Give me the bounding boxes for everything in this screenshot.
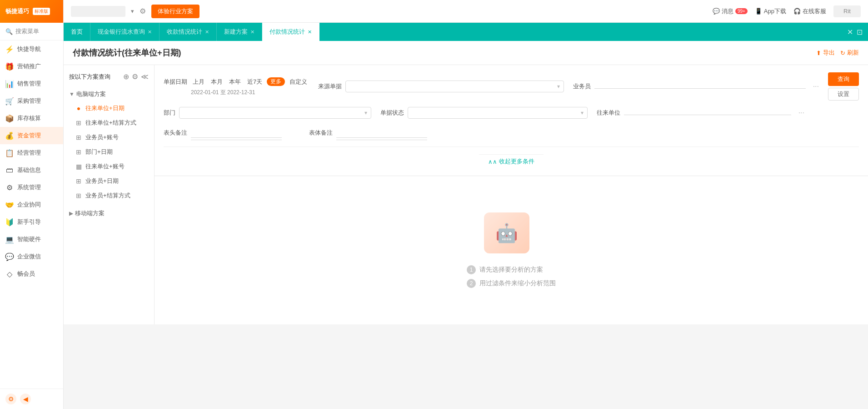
table-body-note-input — [336, 125, 427, 140]
collapse-icon[interactable]: ◀ — [20, 394, 31, 404]
collapse-scheme-icon[interactable]: ≪ — [141, 72, 149, 81]
date-btn-custom[interactable]: 自定义 — [288, 77, 309, 87]
sidebar-item-guide[interactable]: 🔰 新手引导 — [0, 213, 63, 231]
sidebar-item-wechat[interactable]: 💬 企业微信 — [0, 248, 63, 265]
table-head-note-input-field[interactable] — [191, 127, 282, 138]
sidebar-item-basic[interactable]: 🗃 基础信息 — [0, 162, 63, 179]
dropdown-arrow-icon[interactable]: ▾ — [131, 8, 134, 15]
query-btn[interactable]: 查询 — [828, 72, 859, 86]
table-body-note-field: 表体备注 — [309, 125, 427, 140]
partner-label: 往来单位 — [597, 109, 620, 117]
scheme-item-staff-settle[interactable]: ⊞ 业务员+结算方式 — [64, 188, 154, 203]
tab-bank-flow[interactable]: 现金银行流水查询✕ — [90, 23, 160, 41]
unit-date-icon: ● — [75, 104, 83, 112]
messages-action[interactable]: 💬 消息 99+ — [713, 7, 748, 15]
add-scheme-icon[interactable]: ⊕ — [123, 72, 129, 81]
table-body-note-input-field[interactable] — [336, 127, 427, 138]
date-btn-last-7[interactable]: 近7天 — [245, 77, 264, 87]
refresh-btn[interactable]: ↻ 刷新 — [840, 49, 859, 57]
date-btn-last-month[interactable]: 上月 — [191, 77, 206, 87]
tab-close-new-scheme[interactable]: ✕ — [250, 29, 254, 35]
sidebar-item-sales[interactable]: 📊 销售管理 — [0, 75, 63, 92]
sidebar-item-purchase[interactable]: 🛒 采购管理 — [0, 92, 63, 110]
topbar-gear-icon[interactable]: ⚙ — [140, 7, 146, 15]
fund-icon: 💰 — [5, 131, 14, 140]
operation-label: 经营管理 — [17, 149, 41, 157]
tab-expand-icon[interactable]: ⊡ — [857, 28, 863, 36]
tab-close-pay-stats[interactable]: ✕ — [308, 29, 312, 35]
partner-input-wrap — [624, 111, 791, 115]
pc-scheme-title[interactable]: ▼ 电脑端方案 — [64, 87, 154, 101]
hardware-icon: 💻 — [5, 235, 14, 243]
try-industry-btn[interactable]: 体验行业方案 — [151, 5, 200, 18]
search-icon: 🔍 — [5, 28, 13, 35]
tab-close-bank-flow[interactable]: ✕ — [148, 29, 152, 35]
scheme-header-label: 按以下方案查询 — [69, 73, 110, 81]
scheme-header-icons: ⊕ ⚙ ≪ — [123, 72, 149, 81]
date-buttons: 上月本月本年近7天更多自定义 — [191, 77, 309, 87]
search-menu[interactable]: 🔍 搜索菜单 — [0, 23, 63, 40]
mobile-scheme-title[interactable]: ▶ 移动端方案 — [64, 207, 154, 220]
expand-icon2: ▶ — [69, 210, 73, 217]
sidebar-item-inventory[interactable]: 📦 库存核算 — [0, 110, 63, 127]
tab-new-scheme[interactable]: 新建方案✕ — [217, 23, 262, 41]
search-label: 搜索菜单 — [15, 27, 39, 35]
tab-close-all-icon[interactable]: ✕ — [847, 28, 853, 36]
user-avatar[interactable]: Rit — [833, 5, 861, 17]
dept-select[interactable]: ▾ — [179, 107, 371, 119]
partner-more-icon[interactable]: ··· — [798, 109, 804, 117]
tab-label-payment-stats: 收款情况统计 — [167, 28, 202, 36]
scheme-item-dept-date[interactable]: ⊞ 部门+日期 — [64, 145, 154, 159]
inventory-icon: 📦 — [5, 114, 14, 122]
sidebar-item-operation[interactable]: 📋 经营管理 — [0, 144, 63, 162]
online-service-action[interactable]: 🎧 在线客服 — [793, 7, 826, 15]
topbar: ▾ ⚙ 体验行业方案 💬 消息 99+ 📱 App下载 🎧 在线客服 — [64, 0, 868, 23]
export-btn[interactable]: ⬆ 导出 — [816, 49, 835, 57]
empty-state: 🤖 1 请先选择要分析的方案 2 用过滤条件来缩小分析范围 — [155, 176, 868, 324]
sidebar-item-quick-nav[interactable]: ⚡ 快捷导航 — [0, 40, 63, 58]
company-name — [71, 6, 125, 17]
sidebar-item-fund[interactable]: 💰 资金管理 — [0, 127, 63, 144]
scheme-item-unit-account[interactable]: ▦ 往来单位+账号 — [64, 159, 154, 174]
collapse-btn[interactable]: ∧∧ 收起更多条件 — [479, 154, 544, 168]
scheme-item-staff-account[interactable]: ⊞ 业务员+账号 — [64, 130, 154, 145]
headset-icon: 🎧 — [793, 8, 801, 15]
message-icon: 💬 — [713, 8, 720, 15]
app-download-action[interactable]: 📱 App下载 — [755, 7, 786, 15]
dept-field: 部门 ▾ — [164, 107, 371, 119]
tip1-text: 请先选择要分析的方案 — [479, 266, 543, 274]
scheme-item-unit-date[interactable]: ● 往来单位+日期 — [64, 101, 154, 116]
staff-more-icon[interactable]: ··· — [813, 82, 819, 91]
staff-label: 业务员 — [573, 82, 591, 91]
sidebar-item-vip[interactable]: ◇ 畅会员 — [0, 265, 63, 283]
settings-scheme-icon[interactable]: ⚙ — [132, 72, 138, 81]
scheme-sidebar: 按以下方案查询 ⊕ ⚙ ≪ ▼ 电脑端方案 ● — [64, 65, 155, 324]
sidebar-item-system[interactable]: ⚙ 系统管理 — [0, 179, 63, 196]
tab-close-payment-stats[interactable]: ✕ — [205, 29, 209, 35]
date-btn-more[interactable]: 更多 — [267, 77, 285, 86]
tab-payment-stats[interactable]: 收款情况统计✕ — [160, 23, 217, 41]
tab-home[interactable]: 首页 — [64, 23, 90, 41]
staff-account-icon: ⊞ — [75, 133, 83, 141]
scheme-item-unit-settle[interactable]: ⊞ 往来单位+结算方式 — [64, 116, 154, 130]
sidebar-item-corp[interactable]: 🤝 企业协同 — [0, 196, 63, 213]
sidebar-item-marketing[interactable]: 🎁 营销推广 — [0, 58, 63, 75]
tab-label-home: 首页 — [71, 28, 83, 36]
empty-tips: 1 请先选择要分析的方案 2 用过滤条件来缩小分析范围 — [467, 265, 556, 288]
table-head-note-input — [191, 125, 282, 140]
settings-icon[interactable]: ⚙ — [5, 394, 16, 404]
source-select[interactable]: ▾ — [345, 81, 564, 92]
settings-btn[interactable]: 设置 — [828, 88, 859, 101]
staff-account-label: 业务员+账号 — [85, 133, 119, 141]
date-btn-this-month[interactable]: 本月 — [209, 77, 224, 87]
app-download-label: App下载 — [764, 7, 786, 15]
partner-field: 往来单位 ··· — [597, 109, 804, 117]
sidebar-header: 畅捷通巧 标准版 — [0, 0, 63, 23]
scheme-item-staff-date[interactable]: ⊞ 业务员+日期 — [64, 174, 154, 188]
wechat-label: 企业微信 — [17, 252, 41, 261]
doc-status-select[interactable]: ▾ — [408, 107, 588, 119]
date-btn-this-year[interactable]: 本年 — [227, 77, 243, 87]
sidebar-item-hardware[interactable]: 💻 智能硬件 — [0, 231, 63, 248]
tab-pay-stats[interactable]: 付款情况统计✕ — [262, 23, 319, 41]
sidebar-nav: ⚡ 快捷导航 🎁 营销推广 📊 销售管理 🛒 采购管理 📦 库存核算 💰 资金管… — [0, 40, 63, 283]
